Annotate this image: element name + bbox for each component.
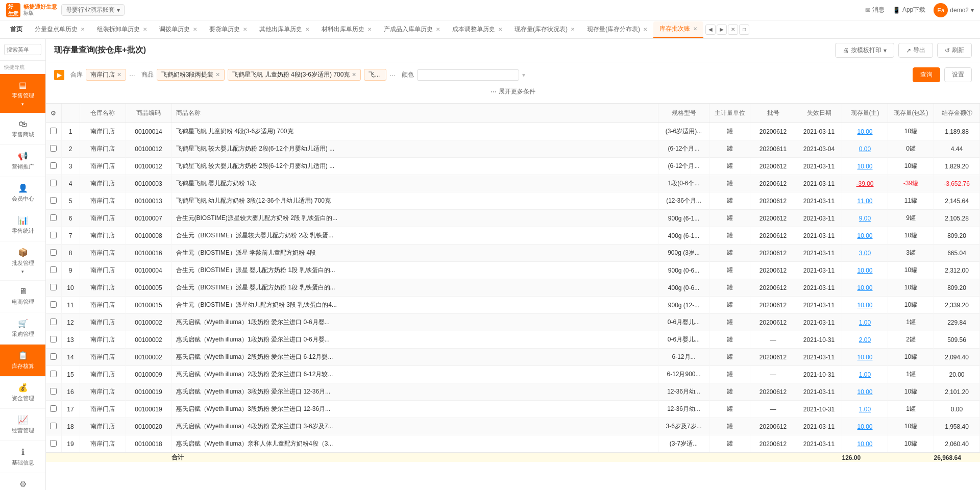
close-icon[interactable]: ✕	[436, 27, 440, 32]
close-icon[interactable]: ✕	[571, 27, 575, 32]
export-btn[interactable]: ↗ 导出	[898, 43, 933, 58]
row-checkbox[interactable]	[46, 140, 61, 158]
row-checkbox[interactable]	[46, 158, 61, 175]
tab-xiancun2[interactable]: 现存量(库存分布表) ✕	[581, 21, 653, 38]
tab-xiancun1[interactable]: 现存量(库存状况表) ✕	[508, 21, 581, 38]
row-stock-main[interactable]: 10.00	[842, 349, 888, 366]
tab-chanchengru[interactable]: 产成品入库单历史 ✕	[378, 21, 446, 38]
row-stock-main[interactable]: 1.00	[842, 314, 888, 331]
sidebar-item-finance[interactable]: 💰 资金管理	[0, 377, 45, 409]
print-template-btn[interactable]: 🖨 按模板打印 ▾	[835, 43, 894, 58]
nav-maximize[interactable]: □	[739, 24, 749, 35]
row-stock-main[interactable]: 10.00	[842, 262, 888, 279]
tab-qitachu[interactable]: 其他出库单历史 ✕	[253, 21, 315, 38]
row-checkbox[interactable]	[46, 366, 61, 383]
sidebar-item-purchase[interactable]: 🛒 采购管理	[0, 312, 45, 345]
row-checkbox[interactable]	[46, 401, 61, 418]
query-btn[interactable]: 查询	[913, 67, 940, 82]
expand-more-filters-btn[interactable]: ⋯ 展开更多条件	[484, 85, 542, 98]
product-more-btn[interactable]: ···	[389, 71, 396, 79]
row-stock-main[interactable]: 10.00	[842, 158, 888, 175]
sidebar-item-system[interactable]: ⚙ 系统管理	[0, 473, 45, 490]
row-checkbox[interactable]	[46, 331, 61, 349]
chevron-down-icon[interactable]: ▾	[522, 71, 525, 79]
sidebar-item-inventory[interactable]: 📋 库存核算	[0, 345, 45, 377]
row-checkbox[interactable]	[46, 210, 61, 227]
row-stock-main[interactable]: 0.00	[842, 140, 888, 158]
row-checkbox[interactable]	[46, 435, 61, 453]
refresh-btn[interactable]: ↺ 刷新	[937, 43, 972, 58]
sidebar-item-wholesale[interactable]: 📦 批发管理 ▾	[0, 241, 45, 281]
nav-prev-arrow[interactable]: ◀	[705, 24, 716, 35]
row-stock-main[interactable]: 10.00	[842, 123, 888, 140]
tab-fenpan[interactable]: 分量盘点单历史 ✕	[29, 21, 91, 38]
row-stock-main[interactable]: 10.00	[842, 383, 888, 401]
tab-yaohuo[interactable]: 要货单历史 ✕	[203, 21, 253, 38]
warehouse-more-btn[interactable]: ···	[129, 71, 135, 79]
row-stock-main[interactable]: 10.00	[842, 279, 888, 297]
row-checkbox[interactable]	[46, 279, 61, 297]
row-checkbox[interactable]	[46, 314, 61, 331]
close-icon[interactable]: ✕	[143, 27, 147, 32]
warehouse-tag[interactable]: 南岸门店 ✕	[86, 69, 126, 81]
sidebar-item-retail-shop[interactable]: 🛍 零售商城	[0, 113, 45, 145]
expand-filter-btn[interactable]: ▶	[54, 70, 64, 80]
tab-chengbentiao[interactable]: 成本调整单历史 ✕	[446, 21, 508, 38]
row-stock-main[interactable]: 10.00	[842, 418, 888, 435]
row-stock-main[interactable]: 1.00	[842, 366, 888, 383]
color-input[interactable]	[417, 69, 519, 81]
tab-cailiaochu[interactable]: 材料出库单历史 ✕	[315, 21, 378, 38]
row-stock-main[interactable]: 2.00	[842, 331, 888, 349]
row-stock-main[interactable]: 11.00	[842, 192, 888, 210]
row-checkbox[interactable]	[46, 227, 61, 244]
search-input[interactable]	[4, 44, 41, 55]
tab-home[interactable]: 首页	[4, 21, 29, 38]
close-icon[interactable]: ✕	[193, 27, 197, 32]
app-download-btn[interactable]: 📱 App下载	[893, 6, 925, 14]
sidebar-item-retail-stat[interactable]: 📊 零售统计	[0, 209, 45, 241]
nav-next-arrow[interactable]: ▶	[717, 24, 727, 35]
product-tag-1[interactable]: 飞鹤奶粉3段两提装 ✕	[157, 69, 225, 81]
sidebar-item-basic[interactable]: ℹ 基础信息	[0, 441, 45, 473]
th-settings[interactable]: ⚙	[46, 104, 61, 123]
industry-selector[interactable]: 母婴行业演示账套 ▾	[61, 4, 125, 16]
close-icon[interactable]: ✕	[243, 27, 247, 32]
row-checkbox[interactable]	[46, 192, 61, 210]
row-stock-main[interactable]: 1.00	[842, 401, 888, 418]
close-icon[interactable]: ✕	[305, 27, 309, 32]
row-checkbox[interactable]	[46, 297, 61, 314]
row-checkbox[interactable]	[46, 349, 61, 366]
sidebar-item-retail-mgmt[interactable]: ▤ 零售管理 ▾	[0, 74, 45, 113]
sidebar-item-ecommerce[interactable]: 🖥 电商管理	[0, 281, 45, 312]
row-stock-main[interactable]: 10.00	[842, 227, 888, 244]
row-checkbox[interactable]	[46, 123, 61, 140]
row-stock-main[interactable]: 3.00	[842, 244, 888, 262]
user-menu[interactable]: Ea demo2 ▾	[934, 3, 974, 17]
row-checkbox[interactable]	[46, 262, 61, 279]
close-icon[interactable]: ✕	[368, 27, 372, 32]
remove-warehouse-tag[interactable]: ✕	[117, 71, 121, 78]
nav-close-tab[interactable]: ✕	[728, 24, 738, 35]
settings-btn[interactable]: 设置	[944, 67, 972, 82]
close-icon[interactable]: ✕	[643, 27, 647, 32]
sidebar-item-ops[interactable]: 📈 经营管理	[0, 409, 45, 441]
remove-product-tag-2[interactable]: ✕	[352, 71, 356, 78]
product-tag-3[interactable]: 飞...	[364, 69, 386, 81]
row-stock-main[interactable]: 10.00	[842, 297, 888, 314]
row-checkbox[interactable]	[46, 418, 61, 435]
row-checkbox[interactable]	[46, 244, 61, 262]
close-icon[interactable]: ✕	[498, 27, 502, 32]
message-btn[interactable]: ✉ 消息	[865, 6, 885, 14]
tab-zuchai[interactable]: 组装拆卸单历史 ✕	[91, 21, 153, 38]
row-stock-main[interactable]: -39.00	[842, 175, 888, 192]
sidebar-item-member[interactable]: 👤 会员中心	[0, 177, 45, 209]
product-tag-2[interactable]: 飞鹤星飞帆 儿童奶粉 4段(3-6岁适用) 700克 ✕	[228, 69, 361, 81]
close-icon[interactable]: ✕	[693, 26, 697, 32]
row-stock-main[interactable]: 9.00	[842, 210, 888, 227]
row-checkbox[interactable]	[46, 383, 61, 401]
close-icon[interactable]: ✕	[81, 27, 85, 32]
sidebar-item-marketing[interactable]: 📢 营销推广	[0, 145, 45, 177]
row-stock-main[interactable]: 10.00	[842, 435, 888, 453]
row-checkbox[interactable]	[46, 175, 61, 192]
tab-diaob[interactable]: 调拨单历史 ✕	[153, 21, 203, 38]
